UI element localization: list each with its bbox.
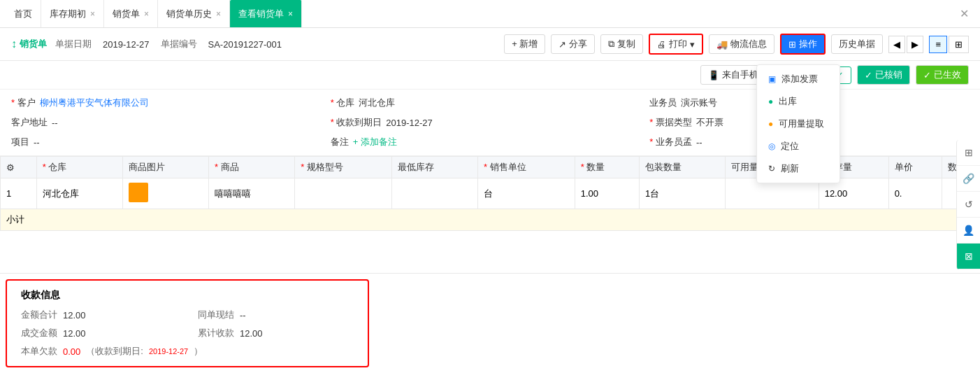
warehouse-label: 仓库 [331, 97, 355, 109]
project-value: -- [34, 137, 40, 148]
history-button[interactable]: 历史单据 [831, 34, 883, 54]
invoice-type-value: 不开票 [696, 116, 723, 129]
list-view-btn[interactable]: ≡ [929, 36, 947, 53]
dropdown-add-invoice[interactable]: ▣ 添加发票 [757, 68, 840, 90]
tab-close-view-sales[interactable]: × [288, 9, 293, 19]
print-button[interactable]: 🖨 打印 ▾ [649, 34, 703, 55]
dropdown-locate[interactable]: ◎ 定位 [757, 135, 840, 157]
row-min-stock [391, 178, 477, 209]
settings-icon: ⚙ [6, 162, 15, 173]
col-product-img: 商品图片 [122, 157, 208, 178]
transaction-row: 成交金额 12.00 [21, 327, 177, 339]
effective-btn[interactable]: ✓ 已生效 [916, 65, 969, 85]
same-order-value: -- [240, 310, 246, 321]
col-price: 单价 [888, 157, 942, 178]
tab-home[interactable]: 首页 [6, 0, 41, 27]
print-dropdown-arrow: ▾ [690, 39, 695, 50]
dropdown-available-qty[interactable]: ● 可用量提取 [757, 113, 840, 135]
row-sales-unit: 台 [478, 178, 575, 209]
warehouse-row: 仓库 河北仓库 [331, 97, 650, 109]
add-invoice-label: 添加发票 [781, 73, 818, 85]
copy-icon: ⧉ [608, 38, 614, 50]
doc-icon: ↕ [11, 38, 17, 50]
window-close-button[interactable]: ✕ [954, 7, 974, 20]
col-sales-unit: 销售单位 [478, 157, 575, 178]
right-sidebar: ⊞ 🔗 ↺ 👤 ⊠ [956, 140, 980, 269]
address-label: 客户地址 [11, 116, 48, 129]
payment-date-value: 2019-12-27 [386, 118, 433, 128]
dropdown-outbound[interactable]: ● 出库 [757, 90, 840, 113]
locate-label: 定位 [781, 140, 799, 153]
outbound-label: 出库 [779, 95, 797, 108]
sidebar-icon-2[interactable]: 🔗 [957, 166, 980, 192]
col-settings[interactable]: ⚙ [1, 157, 37, 178]
payment-info: 收款信息 金额合计 12.00 同单现结 -- 成交金额 12.00 [6, 279, 369, 367]
sidebar-icon-4[interactable]: 👤 [957, 218, 980, 244]
refresh-icon: ↻ [768, 164, 775, 174]
verified-btn[interactable]: ✓ 已核销 [857, 65, 910, 85]
copy-button[interactable]: ⧉ 复制 [600, 34, 643, 54]
tab-close-history[interactable]: × [216, 9, 221, 19]
date-label: 单据日期 [55, 38, 92, 50]
sidebar-icon-5[interactable]: ⊠ [957, 244, 980, 269]
cumulative-value: 12.00 [240, 328, 263, 339]
add-invoice-icon: ▣ [768, 74, 776, 84]
customer-value[interactable]: 柳州粤港平安气体有限公司 [40, 97, 149, 109]
verified-icon: ✓ [865, 70, 872, 80]
nav-arrows: ◀ ▶ [888, 36, 923, 53]
tab-sales-order[interactable]: 销货单 × [104, 0, 158, 27]
view-toggle: ≡ ⊞ [929, 36, 969, 53]
salesperson2-label: 业务员孟 [649, 136, 692, 148]
sidebar-icon-1[interactable]: ⊞ [957, 140, 980, 166]
product-image [129, 183, 148, 202]
operations-dropdown: ▣ 添加发票 ● 出库 ● 可用量提取 ◎ 定位 ↻ 刷新 [756, 64, 840, 183]
sidebar-icon-3[interactable]: ↺ [957, 192, 980, 218]
transaction-label: 成交金额 [21, 327, 57, 339]
share-button[interactable]: ↗ 分享 [551, 34, 595, 54]
owed-value: 0.00 [63, 346, 80, 357]
add-remark-btn[interactable]: + 添加备注 [353, 136, 397, 148]
cumulative-row: 累计收款 12.00 [198, 327, 354, 339]
available-qty-icon: ● [768, 119, 773, 129]
owed-row: 本单欠款 0.00 （收款到期日: 2019-12-27 ） [21, 345, 354, 358]
logistics-icon: 🚚 [716, 39, 728, 50]
prev-arrow[interactable]: ◀ [888, 36, 905, 53]
logistics-button[interactable]: 🚚 物流信息 [709, 34, 774, 54]
amount-row: 金额合计 12.00 [21, 309, 177, 321]
transaction-value: 12.00 [63, 328, 86, 339]
row-product-img [122, 178, 208, 209]
col-package-qty: 包装数量 [640, 157, 726, 178]
customer-label: 客户 [11, 97, 36, 109]
doc-type-title: ↕ 销货单 [11, 38, 47, 50]
owed-label: 本单欠款 [21, 345, 57, 358]
customer-row: 客户 柳州粤港平安气体有限公司 [11, 97, 331, 109]
grid-view-btn[interactable]: ⊞ [949, 36, 969, 53]
col-warehouse: 仓库 [36, 157, 122, 178]
project-row: 项目 -- [11, 136, 331, 148]
remark-label: 备注 [331, 136, 349, 148]
tab-close-inventory[interactable]: × [90, 9, 95, 19]
col-quantity: 数量 [575, 157, 639, 178]
ops-icon: ⊞ [788, 39, 796, 50]
cumulative-label: 累计收款 [198, 327, 234, 339]
amount-value: 12.00 [63, 310, 86, 321]
tab-sales-history[interactable]: 销货单历史 × [158, 0, 230, 27]
tab-inventory-init[interactable]: 库存期初 × [41, 0, 104, 27]
number-label: 单据编号 [161, 38, 197, 50]
subtotal-row: 小计 [1, 209, 980, 231]
doc-header: ↕ 销货单 单据日期 2019-12-27 单据编号 SA-20191227-0… [0, 28, 980, 61]
operations-button[interactable]: ⊞ 操作 [780, 34, 826, 55]
tab-view-sales[interactable]: 查看销货单 × [230, 0, 302, 27]
row-num: 1 [1, 178, 37, 209]
invoice-type-label: 票据类型 [649, 116, 692, 129]
tab-close-sales[interactable]: × [144, 9, 149, 19]
col-min-stock: 最低库存 [391, 157, 477, 178]
amount-label: 金额合计 [21, 309, 57, 321]
next-arrow[interactable]: ▶ [907, 36, 923, 53]
doc-actions: + 新增 ↗ 分享 ⧉ 复制 🖨 打印 ▾ 🚚 物流信息 [504, 34, 969, 55]
tab-bar: 首页 库存期初 × 销货单 × 销货单历史 × 查看销货单 × ✕ [0, 0, 980, 28]
dropdown-refresh[interactable]: ↻ 刷新 [757, 157, 840, 180]
new-button[interactable]: + 新增 [504, 34, 545, 54]
salesperson2-value: -- [696, 137, 702, 148]
row-quantity: 1.00 [575, 178, 639, 209]
